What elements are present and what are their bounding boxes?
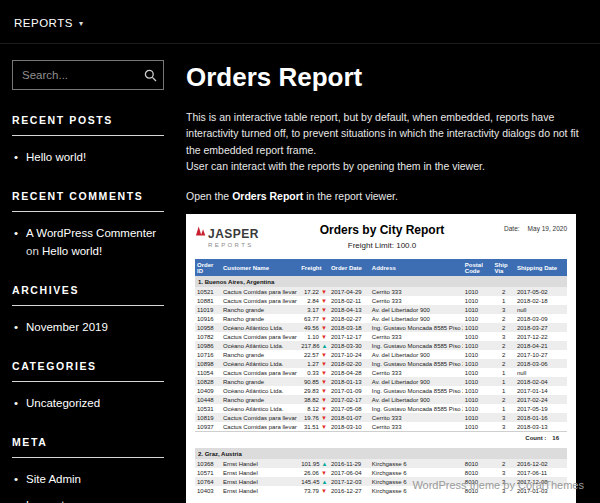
coralthemes-link[interactable]: CoralThemes (518, 479, 584, 491)
report-cell: Cerrito 333 (370, 296, 463, 305)
report-subtitle: Freight Limit: 100.0 (283, 241, 481, 250)
report-cell: 1010 (463, 377, 493, 386)
report-cell: 1010 (463, 404, 493, 413)
report-cell: 2017-12-22 (515, 332, 567, 341)
report-cell: 2018-03-30 (329, 341, 370, 350)
report-cell: 2017-12-17 (329, 332, 370, 341)
intro-text-2: User can interact with the reports by op… (186, 160, 485, 172)
report-cell: 2018-04-13 (329, 305, 370, 314)
search-form (12, 60, 164, 90)
report-cell: 2018-02-20 (329, 359, 370, 368)
categories-section: CATEGORIES Uncategorized (12, 360, 164, 412)
report-cell: 1010 (463, 422, 493, 432)
report-table: Order IDCustomer NameFreightOrder DateAd… (195, 259, 567, 495)
report-cell: 2017-01-09 (329, 386, 370, 395)
report-cell: 1010 (463, 341, 493, 350)
report-cell: 10881 (195, 296, 221, 305)
report-cell: 29.83▼ (299, 386, 329, 395)
archives-section: ARCHIVES November 2019 (12, 284, 164, 336)
archive-link[interactable]: November 2019 (26, 321, 108, 333)
trend-down-icon: ▼ (321, 388, 327, 394)
open-suffix: in the report viewer. (303, 190, 398, 202)
report-embed: JASPER REPORTS Orders by City Report Fre… (186, 214, 576, 503)
trend-down-icon: ▼ (321, 316, 327, 322)
report-row: 10782Cactus Comidas para llevar1.10▼2017… (195, 332, 567, 341)
report-row: 11019Rancho grande3.17▼2018-04-13Av. del… (195, 305, 567, 314)
recent-post-link[interactable]: Hello world! (26, 151, 86, 163)
report-cell: Av. del Libertador 900 (370, 305, 463, 314)
report-cell: Océano Atlántico Ltda. (221, 323, 299, 332)
sidebar-heading-categories: CATEGORIES (12, 360, 164, 382)
report-cell: 2017-10-27 (515, 350, 567, 359)
comment-author-link[interactable]: A WordPress Commenter (26, 227, 156, 239)
report-cell: 1010 (463, 386, 493, 395)
search-icon[interactable] (142, 67, 159, 84)
report-cell: Océano Atlántico Ltda. (221, 404, 299, 413)
trend-down-icon: ▼ (321, 397, 327, 403)
list-item: A WordPress Commenter on Hello world! (12, 217, 164, 260)
comment-post-link[interactable]: Hello world! (42, 245, 102, 257)
trend-down-icon: ▼ (321, 352, 327, 358)
report-row: 10409Océano Atlántico Ltda.29.83▼2017-01… (195, 386, 567, 395)
orders-report-link[interactable]: Orders Report (232, 190, 303, 202)
content-layout: RECENT POSTS Hello world! RECENT COMMENT… (0, 44, 600, 503)
report-cell: Av. del Libertador 900 (370, 350, 463, 359)
report-date-value: May 19, 2020 (528, 225, 567, 232)
report-cell: 1010 (463, 305, 493, 314)
report-cell: 1010 (463, 296, 493, 305)
trend-up-icon: ▲ (322, 461, 328, 467)
category-link[interactable]: Uncategorized (26, 397, 100, 409)
report-cell: Ing. Gustavo Moncada 8585 Piso 20- (370, 359, 463, 368)
report-cell: 38.82▼ (299, 395, 329, 404)
report-cell: 1010 (463, 350, 493, 359)
report-column-header: Customer Name (221, 259, 299, 276)
report-cell: null (515, 368, 567, 377)
report-cell: 11019 (195, 305, 221, 314)
report-cell: 1010 (463, 314, 493, 323)
report-cell: 2017-04-29 (329, 287, 370, 296)
report-cell: Rancho grande (221, 395, 299, 404)
report-cell: Cactus Comidas para llevar (221, 287, 299, 296)
report-cell: Cactus Comidas para llevar (221, 296, 299, 305)
report-cell: Cactus Comidas para llevar (221, 413, 299, 422)
report-cell: null (515, 305, 567, 314)
report-cell: Ing. Gustavo Moncada 8585 Piso 20- (370, 323, 463, 332)
report-cell: 1010 (463, 332, 493, 341)
report-row: 10716Rancho grande22.57▼2017-10-24Av. de… (195, 350, 567, 359)
main-content: Orders Report This is an interactive tab… (186, 60, 588, 503)
report-cell: 2 (493, 287, 515, 296)
report-title: Orders by City Report (283, 223, 481, 237)
report-cell: 2 (493, 314, 515, 323)
report-cell: 3 (493, 413, 515, 422)
group-header-row: 2. Graz, Austria (195, 448, 567, 459)
report-cell: 1 (493, 296, 515, 305)
report-date: Date:May 19, 2020 (481, 223, 567, 232)
report-cell: 10898 (195, 359, 221, 368)
trend-down-icon: ▼ (321, 406, 327, 412)
reports-menu-label: REPORTS (14, 17, 73, 29)
report-cell: 1 (493, 377, 515, 386)
report-cell: 2018-03-13 (515, 422, 567, 432)
trend-down-icon: ▼ (321, 307, 327, 313)
report-cell: Cerrito 333 (370, 332, 463, 341)
report-cell: 2017-02-24 (515, 395, 567, 404)
report-cell: 2018-02-27 (329, 314, 370, 323)
report-row: 10521Cactus Comidas para llevar17.22▼201… (195, 287, 567, 296)
report-cell: 2018-02-18 (515, 296, 567, 305)
report-header: JASPER REPORTS Orders by City Report Fre… (195, 223, 567, 250)
chevron-down-icon: ▾ (79, 19, 84, 28)
report-row: 10828Rancho grande90.85▼2018-01-13Av. de… (195, 377, 567, 386)
report-column-header: Order ID (195, 259, 221, 276)
report-cell: 3 (493, 422, 515, 432)
report-cell: Rancho grande (221, 377, 299, 386)
list-item: Uncategorized (12, 387, 164, 412)
reports-menu[interactable]: REPORTS ▾ (14, 17, 83, 29)
report-cell: 10531 (195, 404, 221, 413)
report-row: 10958Océano Atlántico Ltda.49.56▼2018-03… (195, 323, 567, 332)
group-count-row: Count : 16 (195, 432, 567, 444)
report-cell: Cerrito 333 (370, 422, 463, 432)
report-cell: 1 (493, 368, 515, 377)
recent-comments-section: RECENT COMMENTS A WordPress Commenter on… (12, 190, 164, 260)
report-cell: 2018-03-10 (329, 422, 370, 432)
report-cell: 2017-05-08 (329, 404, 370, 413)
